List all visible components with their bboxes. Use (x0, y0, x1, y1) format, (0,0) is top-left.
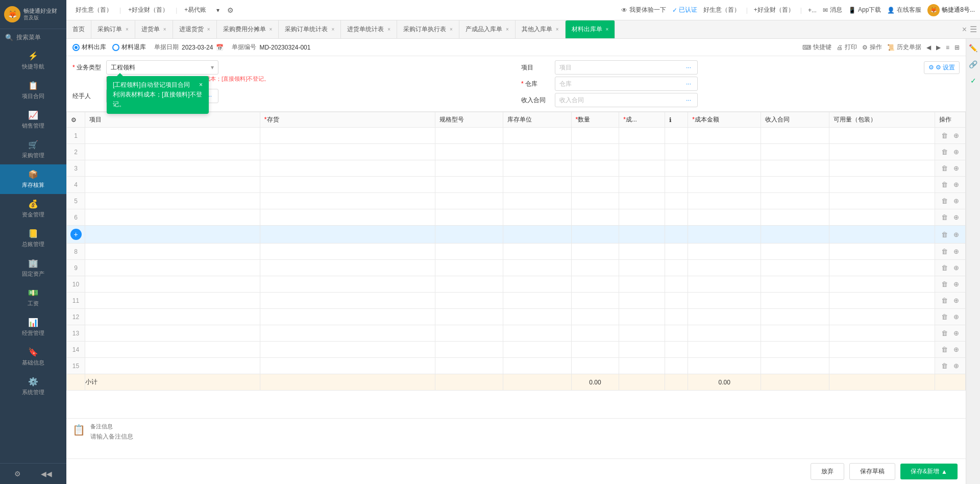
delete-row-btn[interactable]: 🗑 (939, 212, 950, 222)
delete-row-btn[interactable]: 🗑 (939, 361, 950, 371)
tab-incoming-stats[interactable]: 进货单统计表 × (341, 20, 397, 38)
add-row-goods-input[interactable] (260, 226, 435, 243)
right-panel-check-icon[interactable]: ✓ (968, 75, 978, 87)
delete-row-btn[interactable]: 🗑 (939, 196, 950, 206)
topbar-app-download[interactable]: 📱 App下载 (848, 6, 881, 14)
tab-return-close[interactable]: × (207, 27, 210, 32)
cell-spec-2[interactable] (435, 144, 503, 160)
cell-qty-2[interactable] (571, 144, 619, 160)
tab-close-all[interactable]: × (962, 25, 967, 34)
cell-spec-1[interactable] (435, 128, 503, 144)
warehouse-dots[interactable]: ··· (684, 79, 693, 88)
tab-other-inbound[interactable]: 其他入库单 × (516, 20, 566, 38)
income-contract-dots[interactable]: ··· (684, 95, 693, 105)
delete-row-btn[interactable]: 🗑 (939, 345, 950, 354)
sidebar-item-sales[interactable]: 📈 销售管理 (0, 105, 66, 135)
business-type-input[interactable]: 工程领料 ▾ × [工程领料]自动登记项目合同利润表材料成本；[直接领料]不登记… (106, 60, 218, 75)
sidebar-item-ops[interactable]: 📊 经营管理 (0, 312, 66, 342)
tab-finished-goods-close[interactable]: × (506, 27, 509, 32)
date-value[interactable]: 2023-03-24 (182, 44, 213, 51)
tab-purchase-stats[interactable]: 采购订单统计表 × (279, 20, 341, 38)
remarks-input[interactable] (90, 432, 172, 453)
topbar-nav-yidaizhang[interactable]: +易代账 (180, 4, 210, 16)
cell-goods-2[interactable] (260, 144, 435, 160)
topbar-nav-haoyecai[interactable]: +好业财（首） (124, 4, 173, 16)
copy-row-btn[interactable]: ⊕ (951, 212, 961, 222)
sidebar-item-salary[interactable]: 💵 工资 (0, 283, 66, 312)
copy-row-btn[interactable]: ⊕ (951, 263, 961, 273)
cell-available-1[interactable] (829, 128, 935, 144)
delete-row-btn[interactable]: 🗑 (939, 296, 950, 305)
delete-row-btn[interactable]: 🗑 (939, 328, 950, 338)
tab-other-inbound-close[interactable]: × (556, 27, 559, 32)
cell-available-2[interactable] (829, 144, 935, 160)
tab-purchase-stats-close[interactable]: × (331, 27, 334, 32)
tab-material-outbound-close[interactable]: × (606, 27, 609, 32)
copy-row-btn[interactable]: ⊕ (951, 147, 961, 157)
save-draft-button[interactable]: 保存草稿 (849, 463, 895, 480)
topbar-online-service[interactable]: 👤 在线客服 (887, 6, 921, 14)
sidebar-item-inventory[interactable]: 📦 库存核算 (0, 164, 66, 194)
cell-project-1[interactable] (85, 128, 260, 144)
add-row-project-input[interactable] (85, 226, 260, 243)
warehouse-input[interactable]: 仓库 ··· (555, 77, 698, 91)
calendar-icon[interactable]: 📅 (216, 44, 224, 51)
sidebar-item-project[interactable]: 📋 项目合同 (0, 76, 66, 105)
tab-finished-goods[interactable]: 产成品入库单 × (459, 20, 516, 38)
collapse-icon[interactable]: ◀◀ (39, 468, 54, 480)
topbar-nav2-haoshengyi[interactable]: 好生意（首） (703, 6, 740, 14)
cell-cost-amount-2[interactable] (688, 144, 761, 160)
copy-row-btn[interactable]: ⊕ (951, 196, 961, 206)
copy-row-btn[interactable]: ⊕ (951, 328, 961, 338)
operations-btn[interactable]: ⚙ 操作 (862, 43, 882, 52)
copy-row-btn[interactable]: ⊕ (951, 230, 961, 239)
discard-button[interactable]: 放弃 (811, 463, 844, 480)
topbar-experience[interactable]: 👁 我要体验一下 (621, 6, 666, 14)
copy-row-btn[interactable]: ⊕ (951, 131, 961, 140)
topbar-nav-more[interactable]: ▾ (213, 5, 223, 15)
delete-row-btn[interactable]: 🗑 (939, 247, 950, 256)
sidebar-item-nav[interactable]: ⚡ 快捷导航 (0, 46, 66, 76)
copy-row-btn[interactable]: ⊕ (951, 361, 961, 371)
col-gear[interactable]: ⚙ (67, 112, 85, 128)
tab-purchase-order-close[interactable]: × (126, 27, 129, 32)
income-contract-input[interactable]: 收入合同 ··· (555, 93, 698, 107)
project-input[interactable]: 项目 ··· (555, 60, 698, 75)
print-btn[interactable]: 🖨 打印 (837, 43, 857, 52)
sidebar-search[interactable]: 🔍 搜索菜单 (0, 29, 66, 46)
tab-purchase-order[interactable]: 采购订单 × (91, 20, 135, 38)
tab-return[interactable]: 进退货货 × (173, 20, 217, 38)
cell-unit-2[interactable] (503, 144, 571, 160)
topbar-nav2-haoyecai[interactable]: +好业财（首） (754, 6, 794, 14)
delete-row-btn[interactable]: 🗑 (939, 230, 950, 239)
cell-contract-1[interactable] (761, 128, 829, 144)
cell-unit-1[interactable] (503, 128, 571, 144)
tab-incoming-stats-close[interactable]: × (387, 27, 390, 32)
delete-row-btn[interactable]: 🗑 (939, 180, 950, 189)
tab-incoming[interactable]: 进货单 × (135, 20, 173, 38)
radio-material-return[interactable]: 材料退库 (112, 43, 146, 52)
cell-cost-type-2[interactable] (619, 144, 665, 160)
cell-cost-amount-1[interactable] (688, 128, 761, 144)
sidebar-item-basic[interactable]: 🔖 基础信息 (0, 342, 66, 372)
sidebar-item-system[interactable]: ⚙️ 系统管理 (0, 372, 66, 401)
sidebar-item-assets[interactable]: 🏢 固定资产 (0, 253, 66, 283)
delete-row-btn[interactable]: 🗑 (939, 312, 950, 322)
cell-cost-type-1[interactable] (619, 128, 665, 144)
topbar-certified[interactable]: ✓ 已认证 (672, 6, 697, 14)
copy-row-btn[interactable]: ⊕ (951, 247, 961, 256)
topbar-ellipsis[interactable]: +... (808, 7, 817, 14)
add-row-button[interactable]: + (70, 229, 82, 240)
copy-row-btn[interactable]: ⊕ (951, 180, 961, 189)
tab-purchase-exec-close[interactable]: × (450, 27, 453, 32)
topbar-user[interactable]: 🦊 畅捷通8号... (927, 4, 975, 16)
next-btn[interactable]: ▶ (936, 44, 941, 51)
tab-expense[interactable]: 采购费用分摊单 × (217, 20, 279, 38)
tab-purchase-exec[interactable]: 采购订单执行表 × (397, 20, 459, 38)
tab-material-outbound[interactable]: 材料出库单 × (566, 20, 616, 38)
prev-btn[interactable]: ◀ (926, 44, 931, 51)
right-panel-link-icon[interactable]: 🔗 (967, 58, 979, 70)
cell-qty-1[interactable] (571, 128, 619, 144)
cell-goods-1[interactable] (260, 128, 435, 144)
topbar-gear-icon[interactable]: ⚙ (226, 5, 235, 16)
